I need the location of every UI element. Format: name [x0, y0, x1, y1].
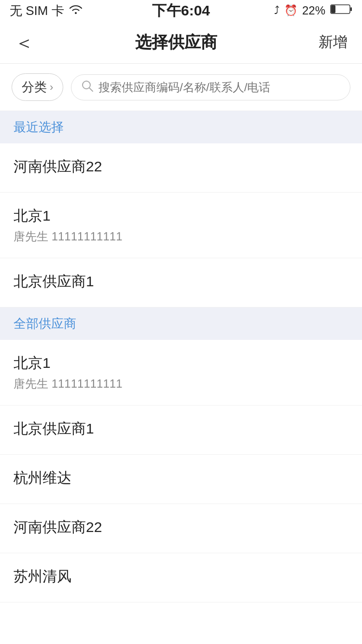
status-bar-right: ⤴ ⏰ 22% — [274, 4, 352, 17]
location-icon: ⤴ — [274, 4, 279, 17]
status-bar-time: 下午6:04 — [152, 1, 210, 21]
recent-section-label: 最近选择 — [14, 120, 64, 134]
page-title: 选择供应商 — [34, 31, 319, 54]
svg-line-4 — [89, 88, 93, 91]
item-title: 河南供应商22 — [14, 518, 348, 537]
list-item[interactable]: 北京供应商1 — [0, 406, 362, 455]
item-title: 北京供应商1 — [14, 419, 348, 439]
filter-bar: 分类 › — [0, 64, 362, 111]
item-subtitle: 唐先生 11111111111 — [14, 229, 348, 244]
search-box — [71, 74, 350, 100]
all-section-header: 全部供应商 — [0, 308, 362, 340]
battery-icon — [330, 4, 352, 17]
item-title: 杭州维达 — [14, 468, 348, 488]
item-title: 河南供应商22 — [14, 157, 348, 177]
back-button[interactable]: ＜ — [14, 33, 34, 52]
svg-rect-1 — [331, 5, 335, 13]
list-item[interactable]: 河南供应商22 — [0, 504, 362, 553]
battery-text: 22% — [302, 4, 325, 17]
status-bar-left: 无 SIM 卡 — [10, 2, 84, 19]
list-item[interactable]: 杭州维达 — [0, 455, 362, 504]
alarm-icon: ⏰ — [284, 4, 297, 17]
all-section-label: 全部供应商 — [14, 316, 76, 331]
nav-bar: ＜ 选择供应商 新增 — [0, 21, 362, 64]
all-list: 北京1唐先生 11111111111北京供应商1杭州维达河南供应商22苏州清风 — [0, 340, 362, 602]
list-item[interactable]: 北京供应商1 — [0, 258, 362, 308]
chevron-right-icon: › — [50, 81, 53, 94]
list-item[interactable]: 北京1唐先生 11111111111 — [0, 340, 362, 406]
item-title: 苏州清风 — [14, 567, 348, 587]
category-label: 分类 — [22, 79, 47, 96]
new-action-button[interactable]: 新增 — [319, 32, 348, 52]
search-icon — [81, 80, 94, 95]
list-item[interactable]: 河南供应商22 — [0, 143, 362, 193]
item-title: 北京1 — [14, 206, 348, 226]
search-input[interactable] — [98, 81, 340, 94]
status-bar: 无 SIM 卡 下午6:04 ⤴ ⏰ 22% — [0, 0, 362, 21]
recent-list: 河南供应商22北京1唐先生 11111111111北京供应商1 — [0, 143, 362, 308]
recent-section-header: 最近选择 — [0, 111, 362, 143]
list-item[interactable]: 苏州清风 — [0, 553, 362, 602]
item-title: 北京供应商1 — [14, 272, 348, 292]
category-button[interactable]: 分类 › — [12, 73, 63, 101]
item-title: 北京1 — [14, 353, 348, 373]
carrier-text: 无 SIM 卡 — [10, 2, 64, 19]
list-item[interactable]: 北京1唐先生 11111111111 — [0, 193, 362, 258]
wifi-icon — [68, 3, 84, 18]
svg-rect-2 — [350, 7, 352, 11]
item-subtitle: 唐先生 11111111111 — [14, 376, 348, 392]
